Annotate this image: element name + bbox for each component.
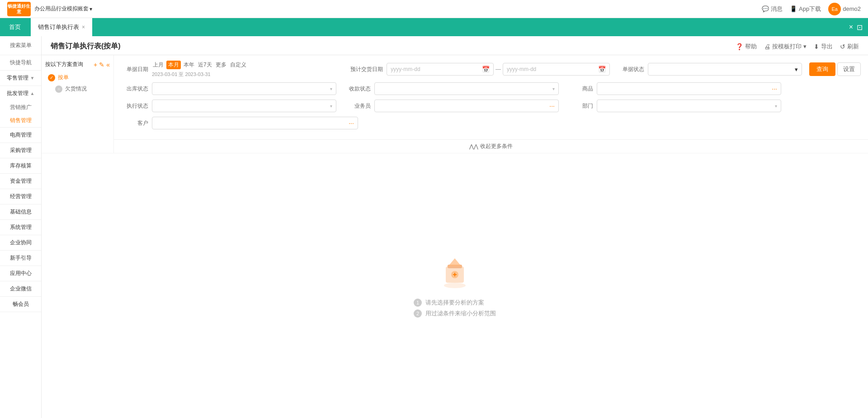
customer-label: 客户 <box>121 119 148 127</box>
export-label: 导出 <box>821 43 833 51</box>
dept-label: 部门 <box>566 102 593 110</box>
sidebar-section-ecom-header[interactable]: 电商管理 <box>0 128 41 142</box>
status-select[interactable]: ▾ <box>648 63 802 76</box>
sidebar-section-finance-header[interactable]: 资金管理 <box>0 174 41 189</box>
sidebar-section-enterprise-header[interactable]: 企业协同 <box>0 235 41 250</box>
sidebar-shortcut-nav[interactable]: 快捷导航 <box>0 55 41 71</box>
query-action-buttons: 查询 设置 <box>809 61 861 78</box>
goods-more-icon[interactable]: ··· <box>772 85 777 92</box>
date-tab-custom[interactable]: 自定义 <box>229 61 247 69</box>
calendar-start-icon: 📅 <box>482 66 490 73</box>
date-tab-more[interactable]: 更多 <box>215 61 227 69</box>
sidebar-section-purchase: 采购管理 <box>0 143 41 158</box>
receipt-status-select[interactable]: ▾ <box>374 82 559 95</box>
customer-input[interactable]: ··· <box>152 117 358 129</box>
query-btn[interactable]: 查询 <box>809 62 835 76</box>
calendar-end-icon: 📅 <box>598 66 606 73</box>
exec-chevron-icon: ▾ <box>330 104 332 109</box>
sidebar-section-system-header[interactable]: 系统管理 <box>0 220 41 235</box>
filter-goods: 商品 ··· <box>566 82 781 95</box>
customer-more-icon[interactable]: ··· <box>349 119 354 127</box>
scheme-item-shortage[interactable]: ○ 欠货情况 <box>45 83 110 95</box>
tab-sales-order-exec[interactable]: 销售订单执行表 × <box>31 18 92 36</box>
refresh-btn[interactable]: ↺ 刷新 <box>840 43 859 51</box>
logo: 畅捷通好生意 <box>7 2 31 16</box>
salesperson-input[interactable]: ··· <box>374 100 559 112</box>
scheme-item-by-order[interactable]: ✓ 按单 <box>45 72 110 83</box>
user-profile[interactable]: Ea demo2 <box>828 3 861 15</box>
tabsbar: 首页 销售订单执行表 × × ⊡ <box>0 18 868 36</box>
main-layout: 搜索菜单 快捷导航 零售管理 ▼ 批发管理 ▲ 营销推广 销售管理 电商管理 <box>0 36 868 418</box>
filter-expected-date: 预计交货日期 yyyy-mm-dd 📅 — yyyy-mm-dd 📅 <box>350 63 609 76</box>
message-btn[interactable]: 💬 消息 <box>762 5 783 13</box>
exec-status-select[interactable]: ▾ <box>152 100 336 112</box>
tab-close-window-btn[interactable]: × <box>849 23 853 31</box>
sidebar-section-apps-header[interactable]: 应用中心 <box>0 266 41 281</box>
app-name-label: 办公用品行业模拟账套 <box>34 5 89 13</box>
empty-state: 1 请先选择要分析的方案 2 用过滤条件来缩小分析范围 <box>42 153 868 418</box>
topbar: 畅捷通好生意 办公用品行业模拟账套 ▾ 💬 消息 📱 App下载 Ea demo… <box>0 0 868 18</box>
salesperson-label: 业务员 <box>344 102 371 110</box>
sidebar-section-wholesale-header[interactable]: 批发管理 ▲ <box>0 86 41 101</box>
salesperson-more-icon[interactable]: ··· <box>549 102 555 109</box>
sidebar-section-member-header[interactable]: 畅会员 <box>0 297 41 312</box>
refresh-icon: ↺ <box>840 43 845 50</box>
goods-input[interactable]: ··· <box>597 82 781 95</box>
date-tab-thisyear[interactable]: 本年 <box>183 61 195 69</box>
app-download-btn[interactable]: 📱 App下载 <box>790 5 821 13</box>
date-tab-7days[interactable]: 近7天 <box>197 61 213 69</box>
sidebar-section-ecom-label: 电商管理 <box>10 131 32 139</box>
expected-date-end[interactable]: yyyy-mm-dd 📅 <box>503 63 610 76</box>
help-icon: ❓ <box>736 43 743 50</box>
collapse-text: ⋀⋀ 收起更多条件 <box>469 142 513 150</box>
sidebar-section-purchase-header[interactable]: 采购管理 <box>0 143 41 158</box>
tab-home[interactable]: 首页 <box>0 18 30 36</box>
export-btn[interactable]: ⬇ 导出 <box>814 43 833 51</box>
exec-status-label: 执行状态 <box>121 102 148 110</box>
print-btn[interactable]: 🖨 按模板打印 ▾ <box>764 43 807 51</box>
sidebar-section-basic-header[interactable]: 基础信息 <box>0 204 41 219</box>
empty-tip-2-text: 用过滤条件来缩小分析范围 <box>425 309 496 318</box>
sidebar-section-system-label: 系统管理 <box>10 223 32 231</box>
date-tab-lastmonth[interactable]: 上月 <box>152 61 165 69</box>
sidebar-item-sales[interactable]: 销售管理 <box>0 114 41 127</box>
sidebar-section-wechat-header[interactable]: 企业微信 <box>0 281 41 296</box>
sidebar-section-wechat-label: 企业微信 <box>10 285 32 293</box>
page-title: 销售订单执行表(按单) <box>51 42 121 51</box>
filter-form-area: 单据日期 上月 本月 本年 近7天 更多 自定义 20 <box>114 55 868 153</box>
sidebar-search-label[interactable]: 搜索菜单 <box>4 40 38 51</box>
avatar: Ea <box>828 3 841 15</box>
export-icon: ⬇ <box>814 43 819 50</box>
date-tab-thismonth[interactable]: 本月 <box>166 61 181 69</box>
sidebar-search[interactable]: 搜索菜单 <box>0 36 41 55</box>
sidebar-section-retail-header[interactable]: 零售管理 ▼ <box>0 71 41 86</box>
dept-select[interactable]: ▾ <box>597 100 781 112</box>
sidebar-section-ops-header[interactable]: 经营管理 <box>0 189 41 204</box>
edit-scheme-btn[interactable]: ✎ <box>99 61 104 68</box>
settings-btn[interactable]: 设置 <box>837 62 861 76</box>
add-scheme-btn[interactable]: + <box>94 61 97 68</box>
app-name-dropdown[interactable]: 办公用品行业模拟账套 ▾ <box>34 5 92 13</box>
sidebar-section-newuser-header[interactable]: 新手引导 <box>0 251 41 266</box>
sidebar-section-inventory: 库存核算 <box>0 158 41 174</box>
sidebar-shortcut-label[interactable]: 快捷导航 <box>0 57 41 68</box>
help-btn[interactable]: ❓ 帮助 <box>736 43 757 51</box>
filter-customer: 客户 ··· <box>121 117 358 129</box>
refresh-label: 刷新 <box>847 43 859 51</box>
sidebar-section-purchase-label: 采购管理 <box>10 147 32 154</box>
expected-date-start[interactable]: yyyy-mm-dd 📅 <box>387 63 494 76</box>
delivery-status-select[interactable]: ▾ <box>152 82 336 95</box>
tab-home-label: 首页 <box>9 23 21 31</box>
tab-close-icon[interactable]: × <box>82 24 85 30</box>
date-separator: — <box>495 66 501 72</box>
collapse-scheme-btn[interactable]: « <box>106 61 110 68</box>
collapse-bar[interactable]: ⋀⋀ 收起更多条件 <box>114 139 868 153</box>
tab-restore-btn[interactable]: ⊡ <box>857 23 863 32</box>
tabsbar-right: × ⊡ <box>849 18 868 36</box>
sidebar-section-inventory-header[interactable]: 库存核算 <box>0 158 41 173</box>
sidebar-section-member-label: 畅会员 <box>13 300 29 308</box>
sidebar-section-member: 畅会员 <box>0 297 41 312</box>
svg-point-0 <box>444 283 466 288</box>
sidebar-section-newuser: 新手引导 <box>0 251 41 266</box>
sidebar-item-marketing[interactable]: 营销推广 <box>0 101 41 114</box>
